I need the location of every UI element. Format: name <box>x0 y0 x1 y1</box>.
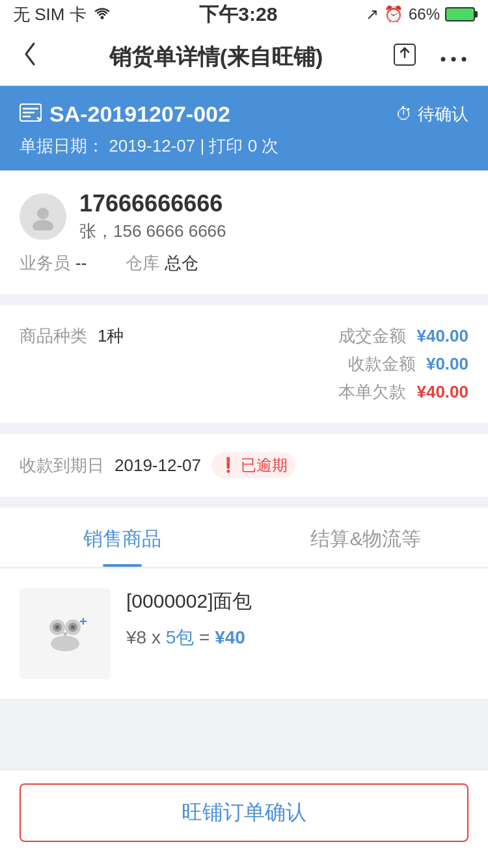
customer-meta: 业务员 -- 仓库 总仓 <box>20 252 468 275</box>
due-label: 收款到期日 <box>20 454 104 477</box>
customer-info: 17666666666 张，156 6666 6666 <box>79 190 226 243</box>
salesperson-label: 业务员 <box>20 252 70 275</box>
amount-value-0: ¥40.00 <box>416 326 468 346</box>
overdue-alert-icon: ❗ <box>219 457 237 474</box>
battery-icon <box>445 7 475 21</box>
bottom-action: 旺铺订单确认 <box>0 770 488 868</box>
overdue-text: 已逾期 <box>241 455 288 476</box>
product-qty: 5包 <box>166 627 195 647</box>
print-info: | 打印 0 次 <box>200 136 278 156</box>
back-button[interactable] <box>16 34 44 79</box>
svg-point-4 <box>462 57 467 62</box>
amount-value-2: ¥40.00 <box>416 382 468 402</box>
battery-percent: 66% <box>409 5 440 23</box>
product-unit-price: ¥8 x <box>126 627 166 647</box>
summary-card: 商品种类 1种 成交金额 ¥40.00 收款金额 ¥0.00 本单欠款 ¥40.… <box>0 305 488 423</box>
location-icon: ↗ <box>366 5 379 23</box>
salesperson-value: -- <box>75 253 87 273</box>
svg-point-2 <box>441 57 446 62</box>
amount-label-2: 本单欠款 <box>338 381 406 403</box>
amount-item-2: 本单欠款 ¥40.00 <box>338 381 468 403</box>
amount-item-0: 成交金额 ¥40.00 <box>338 325 468 347</box>
product-total: ¥40 <box>215 627 245 647</box>
product-type-label: 商品种类 <box>20 325 87 347</box>
customer-phone: 17666666666 <box>79 190 226 217</box>
order-date: 2019-12-07 <box>109 136 195 156</box>
summary-row: 商品种类 1种 成交金额 ¥40.00 收款金额 ¥0.00 本单欠款 ¥40.… <box>20 325 468 403</box>
customer-card: 17666666666 张，156 6666 6666 业务员 -- 仓库 总仓 <box>0 170 488 294</box>
product-equals: = <box>199 627 215 647</box>
share-button[interactable] <box>388 38 422 77</box>
status-bar: 无 SIM 卡 下午3:28 ↗ ⏰ 66% <box>0 0 488 29</box>
svg-point-6 <box>37 208 49 219</box>
amount-label-1: 收款金额 <box>348 353 416 375</box>
salesperson-item: 业务员 -- <box>20 252 87 275</box>
tab-products[interactable]: 销售商品 <box>0 508 244 567</box>
status-time: 下午3:28 <box>199 1 277 28</box>
tab-products-label: 销售商品 <box>83 528 161 549</box>
customer-top: 17666666666 张，156 6666 6666 <box>20 190 468 243</box>
order-id: SA-20191207-002 <box>20 102 230 127</box>
svg-point-14 <box>51 636 79 651</box>
due-date-value: 2019-12-07 <box>115 455 201 476</box>
product-name: [0000002]面包 <box>126 588 468 615</box>
tab-settlement[interactable]: 结算&物流等 <box>244 508 488 567</box>
order-status: ⏱ 待确认 <box>396 103 468 126</box>
warehouse-item: 仓库 总仓 <box>126 252 198 275</box>
status-left: 无 SIM 卡 <box>13 3 111 26</box>
carrier-text: 无 SIM 卡 <box>13 3 87 26</box>
svg-point-7 <box>33 220 53 230</box>
product-info: [0000002]面包 ¥8 x 5包 = ¥40 <box>126 588 468 650</box>
svg-point-3 <box>452 57 456 62</box>
overdue-badge: ❗ 已逾期 <box>211 452 295 478</box>
due-date-card: 收款到期日 2019-12-07 ❗ 已逾期 <box>0 434 488 496</box>
amount-value-1: ¥0.00 <box>426 354 468 374</box>
product-item: + [0000002]面包 ¥8 x 5包 = ¥40 <box>0 569 488 699</box>
warehouse-label: 仓库 <box>126 252 159 275</box>
svg-point-0 <box>100 16 103 20</box>
order-date-line: 单据日期： 2019-12-07 | 打印 0 次 <box>20 135 468 157</box>
page-title: 销货单详情(来自旺铺) <box>109 42 323 72</box>
customer-name: 张，156 6666 6666 <box>79 220 226 243</box>
product-thumbnail: + <box>20 588 111 679</box>
status-text: 待确认 <box>418 103 468 126</box>
svg-point-13 <box>71 625 75 629</box>
order-header-top: SA-20191207-002 ⏱ 待确认 <box>20 102 468 127</box>
products-section: + [0000002]面包 ¥8 x 5包 = ¥40 <box>0 569 488 699</box>
summary-right: 成交金额 ¥40.00 收款金额 ¥0.00 本单欠款 ¥40.00 <box>338 325 468 403</box>
summary-left: 商品种类 1种 <box>20 325 124 347</box>
order-id-text: SA-20191207-002 <box>49 102 230 127</box>
date-label: 单据日期： <box>20 136 104 156</box>
amount-label-0: 成交金额 <box>338 325 406 347</box>
nav-bar: 销货单详情(来自旺铺) <box>0 29 488 86</box>
order-header: SA-20191207-002 ⏱ 待确认 单据日期： 2019-12-07 |… <box>0 86 488 170</box>
more-button[interactable] <box>435 40 472 74</box>
order-icon <box>20 102 42 127</box>
tabs-container: 销售商品 结算&物流等 <box>0 508 488 567</box>
warehouse-value: 总仓 <box>165 252 198 275</box>
wifi-icon <box>93 8 111 21</box>
tab-settlement-label: 结算&物流等 <box>310 528 421 549</box>
amount-item-1: 收款金额 ¥0.00 <box>348 353 468 375</box>
status-clock-icon: ⏱ <box>396 104 413 124</box>
svg-point-12 <box>55 625 59 629</box>
svg-text:+: + <box>79 614 87 629</box>
status-right: ↗ ⏰ 66% <box>366 5 475 23</box>
nav-actions <box>388 38 472 77</box>
avatar <box>20 193 66 240</box>
product-type-value: 1种 <box>98 325 124 347</box>
product-price: ¥8 x 5包 = ¥40 <box>126 625 468 650</box>
alarm-icon: ⏰ <box>384 5 403 23</box>
confirm-button[interactable]: 旺铺订单确认 <box>20 783 468 842</box>
product-thumb-logo: + <box>39 608 91 660</box>
